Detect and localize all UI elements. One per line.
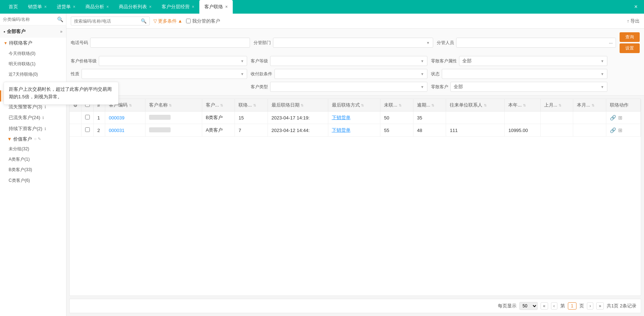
- export-button[interactable]: ↑ 导出: [627, 18, 640, 24]
- col-unread-header[interactable]: 未联... ⇅: [380, 99, 413, 112]
- customer-level-select[interactable]: ▼: [270, 56, 427, 66]
- dept-arrow-icon: ▼: [426, 41, 430, 45]
- col-unit-contact-header[interactable]: 往来单位联系人 ⇅: [446, 99, 505, 112]
- row2-code[interactable]: 000031: [105, 124, 145, 137]
- search-icon: 🔍: [141, 18, 147, 24]
- manager-select[interactable]: ···: [456, 38, 616, 48]
- row1-method-link[interactable]: 下销货单: [332, 115, 351, 120]
- sidebar-class-a[interactable]: A类客户(1): [0, 154, 66, 165]
- prev-page-btn[interactable]: ‹: [551, 302, 557, 310]
- row1-overdue: 35: [413, 112, 446, 124]
- nav-item-analysis-list[interactable]: 商品分析列表 ×: [114, 0, 157, 14]
- sidebar-search-input[interactable]: [3, 17, 57, 22]
- customer-type-select[interactable]: ▼: [270, 82, 427, 92]
- per-page-select[interactable]: 50 100 200: [519, 302, 538, 310]
- col-overdue-header[interactable]: 逾期... ⇅: [413, 99, 446, 112]
- row2-select-checkbox[interactable]: [85, 127, 90, 132]
- row1-link-icon[interactable]: 🔗: [610, 115, 616, 121]
- data-table-container: ⚙ # 客户编码 ⇅ 客户名称 ⇅ 客户... ⇅: [69, 99, 641, 296]
- row2-last-method[interactable]: 下销货单: [328, 124, 380, 137]
- sidebar-class-c[interactable]: C类客户(6): [0, 175, 66, 186]
- row2-last-month: [540, 124, 573, 137]
- sidebar-declining[interactable]: 持续下滑客户(2) ℹ: [0, 123, 66, 135]
- unread-label: 未联...: [384, 102, 397, 108]
- next-page-btn[interactable]: ›: [587, 302, 593, 310]
- edit-icon[interactable]: ○ ✎: [34, 137, 41, 141]
- sidebar-tomorrow-pending[interactable]: 明天待联络(1): [0, 59, 66, 69]
- close-contact-icon[interactable]: ×: [225, 4, 228, 9]
- page-label: 第: [560, 303, 565, 309]
- dept-label: 分管部门: [254, 40, 271, 46]
- current-page-display: 1: [568, 302, 577, 310]
- col-last-date-header[interactable]: 最后联络日期 ⇅: [268, 99, 328, 112]
- sidebar-today-pending[interactable]: 今天待联络(0): [0, 48, 66, 59]
- sidebar-7days-pending[interactable]: 近7天待联络(0): [0, 69, 66, 80]
- col-contact-header[interactable]: 联络... ⇅: [235, 99, 268, 112]
- col-last-month-header[interactable]: 上月... ⇅: [540, 99, 573, 112]
- nature-select[interactable]: ▼: [82, 69, 247, 79]
- phone-input[interactable]: [90, 38, 250, 48]
- col-this-year-header[interactable]: 本年... ⇅: [505, 99, 540, 112]
- value-customers-group[interactable]: ▼ 价值客户 ○ ✎: [0, 135, 66, 144]
- nav-item-purchase[interactable]: 进货单 ×: [52, 0, 80, 14]
- search-input[interactable]: [74, 19, 139, 24]
- row1-last-method[interactable]: 下销货单: [328, 112, 380, 124]
- sidebar-class-b[interactable]: B类客户(33): [0, 165, 66, 175]
- close-sales-icon[interactable]: ×: [44, 4, 47, 9]
- sidebar-collapse-icon[interactable]: »: [60, 29, 62, 34]
- close-segment-icon[interactable]: ×: [192, 4, 194, 9]
- nav-item-analysis[interactable]: 商品分析 ×: [80, 0, 114, 14]
- more-conditions-btn[interactable]: ▽ 更多条件 ▲: [153, 18, 182, 24]
- settings-button[interactable]: 设置: [620, 43, 640, 53]
- last-page-btn[interactable]: »: [596, 302, 604, 310]
- close-analysis-icon[interactable]: ×: [106, 4, 109, 9]
- nav-item-home[interactable]: 首页: [4, 0, 23, 14]
- filter-payment: 收付款条件 ▼: [251, 69, 427, 79]
- row2-method-link[interactable]: 下销货单: [332, 127, 351, 133]
- filter-phone: 电话号码: [71, 38, 250, 48]
- price-level-select[interactable]: ▼: [99, 56, 247, 66]
- row1-unit-contact: [446, 112, 505, 124]
- all-customers-label: 全部客户: [7, 28, 26, 35]
- close-all-button[interactable]: ×: [631, 4, 640, 10]
- nav-item-sales[interactable]: 销货单 ×: [23, 0, 52, 14]
- col-name-header[interactable]: 客户名称 ⇅: [145, 99, 202, 112]
- row1-code[interactable]: 000039: [105, 112, 145, 124]
- col-this-month-header[interactable]: 本月... ⇅: [573, 99, 606, 112]
- sort-icon-12: ⇅: [592, 103, 594, 107]
- first-page-btn[interactable]: «: [541, 302, 548, 310]
- table-row: 2 000031 A类客户 7 2023-04-12 14:44: 下销货单 5…: [70, 124, 641, 137]
- close-purchase-icon[interactable]: ×: [73, 4, 75, 9]
- col-last-method-header[interactable]: 最后联络方式 ⇅: [328, 99, 380, 112]
- row2-link-icon[interactable]: 🔗: [610, 127, 616, 133]
- dept-select[interactable]: ▼: [273, 38, 433, 48]
- row1-name-blurred: [149, 115, 171, 120]
- query-button[interactable]: 查询: [620, 32, 640, 42]
- row1-grid-icon[interactable]: ⊞: [618, 115, 622, 121]
- close-analysis-list-icon[interactable]: ×: [149, 4, 152, 9]
- retail-customer-select[interactable]: 全部 ▼: [450, 82, 607, 92]
- retail-attr-label: 零散客户属性: [431, 58, 457, 64]
- sort-icon-9: ⇅: [484, 103, 487, 107]
- group-arrow-icon: ▼: [4, 41, 8, 45]
- payment-select[interactable]: ▼: [274, 69, 427, 79]
- row2-num: 2: [94, 124, 105, 137]
- nav-label-analysis: 商品分析: [85, 4, 104, 10]
- nav-item-customer-contact[interactable]: 客户联络 ×: [199, 0, 233, 14]
- row1-select-checkbox[interactable]: [85, 115, 90, 119]
- retail-attr-select[interactable]: 全部 ▼: [459, 56, 607, 66]
- info-icon-4: ℹ: [45, 127, 46, 131]
- status-select[interactable]: ▼: [442, 69, 607, 79]
- my-customers-checkbox[interactable]: [186, 19, 191, 23]
- nav-item-customer-segment[interactable]: 客户分层经营 ×: [157, 0, 199, 14]
- row2-grid-icon[interactable]: ⊞: [618, 127, 622, 133]
- actions-label: 联络动作: [610, 102, 629, 108]
- table-row: 1 000039 B类客户 15 2023-04-17 14:19: 下销货单 …: [70, 112, 641, 124]
- value-group-arrow: ▼: [7, 136, 12, 142]
- action-buttons: 查询 设置: [620, 32, 640, 53]
- row2-last-date: 2023-04-12 14:44:: [268, 124, 328, 137]
- sidebar-unclassified[interactable]: 未分组(32): [0, 144, 66, 154]
- sidebar-churned[interactable]: 已流失客户(24) ℹ: [0, 112, 66, 123]
- pending-contact-group[interactable]: ▼ 待联络客户: [0, 38, 66, 48]
- col-type-header[interactable]: 客户... ⇅: [202, 99, 235, 112]
